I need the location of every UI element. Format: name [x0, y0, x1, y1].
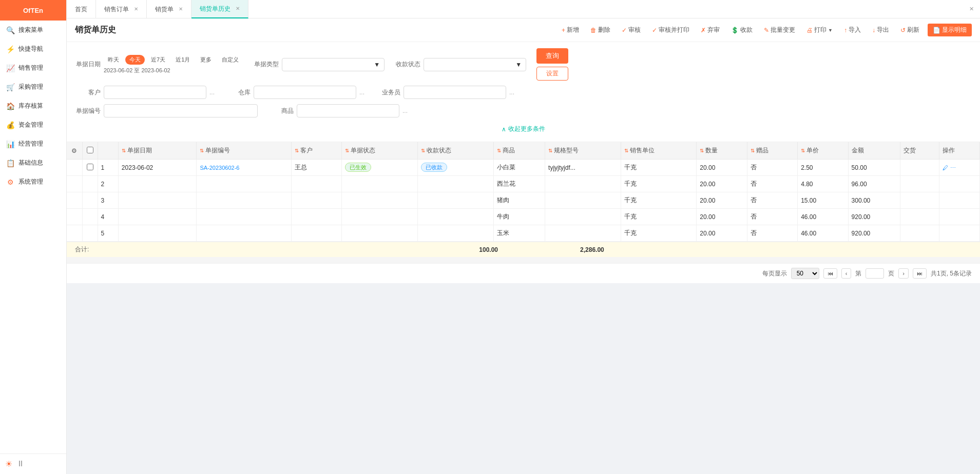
audit-print-button[interactable]: ✓ 审核并打印	[649, 24, 693, 36]
warehouse-more-btn[interactable]: ...	[359, 89, 364, 96]
cell-action	[939, 176, 980, 192]
date-btn-more[interactable]: 更多	[196, 55, 216, 65]
current-page-input[interactable]: 1	[866, 268, 884, 279]
tab-home[interactable]: 首页	[67, 0, 96, 18]
row-checkbox[interactable]	[87, 164, 93, 170]
sidebar-item-basic-info[interactable]: 📋 基础信息	[0, 153, 66, 172]
export-button[interactable]: ↓ 导出	[869, 24, 892, 36]
more-link[interactable]: ⋯	[950, 165, 956, 171]
cell-transaction	[900, 209, 939, 225]
th-checkbox[interactable]	[82, 142, 98, 160]
tab-sales-delivery[interactable]: 销货单 ✕	[147, 0, 191, 18]
sidebar-item-search-menu[interactable]: 🔍 搜索菜单	[0, 21, 66, 40]
doc-no-input[interactable]	[104, 104, 258, 117]
close-sales-delivery-tab[interactable]: ✕	[179, 0, 183, 18]
sidebar-item-purchase[interactable]: 🛒 采购管理	[0, 77, 66, 96]
cell-checkbox[interactable]	[82, 176, 98, 192]
new-button[interactable]: + 新增	[559, 24, 582, 36]
th-price[interactable]: ⇅单价	[798, 142, 848, 160]
th-gift[interactable]: ⇅赠品	[747, 142, 797, 160]
th-collect-status[interactable]: ⇅收款状态	[418, 142, 494, 160]
cell-spec	[545, 176, 621, 192]
collect-button[interactable]: 💲 收款	[728, 24, 756, 36]
cell-checkbox[interactable]	[82, 225, 98, 242]
edit-link[interactable]: 🖊	[943, 165, 948, 171]
date-btn-custom[interactable]: 自定义	[218, 55, 243, 65]
show-detail-button[interactable]: 📄 显示明细	[928, 24, 972, 36]
import-icon: ↑	[844, 27, 847, 34]
customer-more-btn[interactable]: ...	[209, 89, 215, 96]
cell-doc-no	[197, 225, 292, 242]
warehouse-input[interactable]	[254, 86, 356, 99]
th-doc-date[interactable]: ⇅单据日期	[118, 142, 197, 160]
sun-icon[interactable]: ☀	[5, 459, 12, 469]
cell-checkbox[interactable]	[82, 160, 98, 176]
last-page-btn[interactable]: ⏭	[913, 268, 927, 279]
print-button[interactable]: 🖨 打印 ▼	[803, 24, 836, 36]
first-page-btn[interactable]: ⏮	[823, 268, 837, 279]
collapse-filter-btn[interactable]: ∧ 收起更多条件	[75, 123, 972, 135]
cell-checkbox[interactable]	[82, 209, 98, 225]
collect-status-select[interactable]: ▼	[424, 58, 526, 71]
salesperson-input[interactable]	[403, 86, 506, 99]
import-button[interactable]: ↑ 导入	[841, 24, 864, 36]
collect-status-label: 收款状态	[395, 60, 420, 69]
date-btn-yesterday[interactable]: 昨天	[104, 55, 123, 65]
tab-sales-history[interactable]: 销货单历史 ✕	[191, 0, 248, 18]
date-btn-today[interactable]: 今天	[125, 55, 145, 65]
cell-unit: 千克	[621, 209, 697, 225]
cell-doc-status	[342, 209, 418, 225]
sidebar-item-inventory[interactable]: 🏠 库存核算	[0, 96, 66, 115]
doc-no-link[interactable]: SA-20230602-6	[200, 165, 239, 171]
th-goods[interactable]: ⇅商品	[493, 142, 545, 160]
th-doc-no[interactable]: ⇅单据编号	[197, 142, 292, 160]
cell-gear	[67, 225, 82, 242]
th-customer[interactable]: ⇅客户	[292, 142, 342, 160]
date-btn-7days[interactable]: 近7天	[147, 55, 169, 65]
next-page-btn[interactable]: ›	[898, 268, 909, 279]
customer-label: 客户	[75, 88, 101, 97]
date-btn-1month[interactable]: 近1月	[171, 55, 194, 65]
goods-input[interactable]	[297, 104, 399, 117]
abandon-button[interactable]: ✗ 弃审	[698, 24, 723, 36]
sidebar-item-sales[interactable]: 📈 销售管理	[0, 58, 66, 77]
cell-checkbox[interactable]	[82, 192, 98, 209]
query-button[interactable]: 查询	[536, 48, 568, 64]
delete-button[interactable]: 🗑 删除	[587, 24, 613, 36]
export-icon: ↓	[872, 27, 875, 34]
cell-transaction	[900, 160, 939, 176]
th-doc-status[interactable]: ⇅单据状态	[342, 142, 418, 160]
page-header: 销货单历史 + 新增 🗑 删除 ✓ 审核 ✓	[67, 18, 980, 42]
audit-button[interactable]: ✓ 审核	[619, 24, 644, 36]
sidebar-item-quick-nav[interactable]: ⚡ 快捷导航	[0, 40, 66, 58]
gear-icon: ⚙	[6, 178, 14, 186]
page-area: 销货单历史 + 新增 🗑 删除 ✓ 审核 ✓	[67, 18, 980, 474]
customer-input[interactable]	[104, 86, 206, 99]
sort-icon-spec: ⇅	[548, 148, 552, 153]
pause-icon[interactable]: ⏸	[16, 459, 25, 469]
th-gear[interactable]: ⚙	[67, 142, 82, 160]
sidebar-item-sys-mgmt[interactable]: ⚙ 系统管理	[0, 172, 66, 191]
doc-type-select[interactable]: ▼	[282, 58, 385, 71]
total-info: 共1页, 5条记录	[931, 269, 972, 278]
close-all-tabs[interactable]: ✕	[969, 6, 974, 12]
goods-more-btn[interactable]: ...	[402, 107, 408, 114]
cell-amount: 96.00	[848, 176, 900, 192]
horizontal-scrollbar[interactable]	[67, 257, 980, 263]
batch-change-button[interactable]: ✎ 批量变更	[761, 24, 798, 36]
prev-page-btn[interactable]: ‹	[841, 268, 852, 279]
sidebar-item-operations[interactable]: 📊 经营管理	[0, 134, 66, 153]
sidebar-item-finance[interactable]: 💰 资金管理	[0, 115, 66, 134]
close-sales-order-tab[interactable]: ✕	[134, 0, 138, 18]
tab-sales-order[interactable]: 销售订单 ✕	[96, 0, 147, 18]
th-unit[interactable]: ⇅销售单位	[621, 142, 697, 160]
salesperson-more-btn[interactable]: ...	[509, 89, 514, 96]
th-spec[interactable]: ⇅规格型号	[545, 142, 621, 160]
refresh-button[interactable]: ↺ 刷新	[897, 24, 923, 36]
select-all-checkbox[interactable]	[87, 147, 93, 153]
page-content: 销货单历史 + 新增 🗑 删除 ✓ 审核 ✓	[67, 18, 980, 283]
th-quantity[interactable]: ⇅数量	[697, 142, 747, 160]
page-size-select[interactable]: 50 100 200	[791, 268, 819, 279]
close-sales-history-tab[interactable]: ✕	[236, 0, 240, 18]
settings-button[interactable]: 设置	[536, 67, 568, 81]
